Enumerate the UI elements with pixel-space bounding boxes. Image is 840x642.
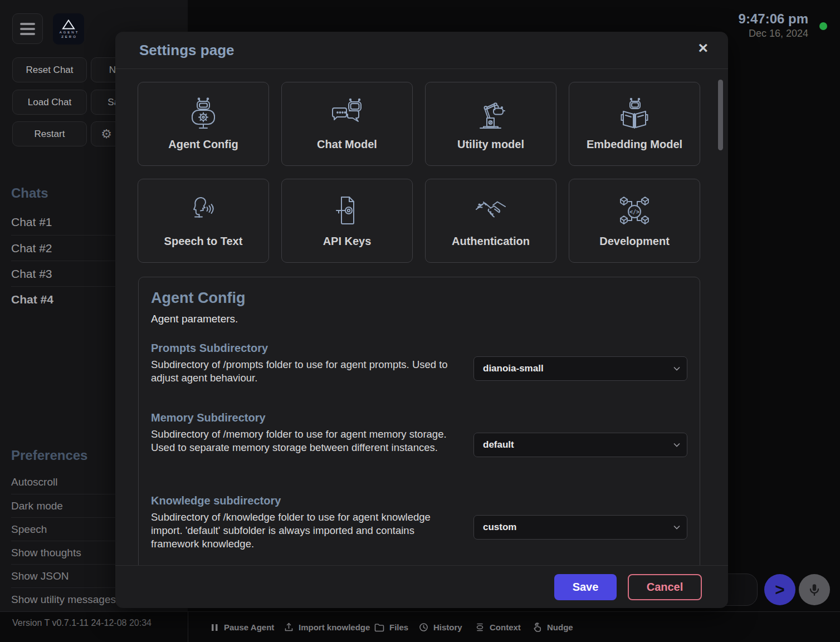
agent-config-robot-icon (185, 97, 221, 133)
microphone-icon (807, 582, 822, 597)
development-code-cubes-icon: </> (617, 194, 652, 229)
clock-widget: 9:47:06 pm Dec 16, 2024 (739, 11, 808, 40)
settings-modal: Settings page × Agent Config (115, 32, 728, 608)
tile-label: Embedding Model (587, 138, 682, 151)
chevron-down-icon (673, 443, 680, 447)
settings-scroll-area: Agent Config Chat Model (115, 69, 728, 565)
tile-label: Agent Config (168, 138, 238, 151)
section-subtitle: Agent parameters. (151, 313, 238, 325)
nudge-hand-icon (533, 623, 542, 633)
logo-text-line1: AGENT (58, 31, 80, 34)
settings-modal-header: Settings page × (115, 32, 728, 69)
send-arrow-icon: > (775, 580, 785, 599)
clock-time: 9:47:06 pm (739, 11, 808, 27)
section-title: Agent Config (151, 290, 245, 307)
history-clock-icon (419, 623, 428, 632)
logo-text-line2: ZERO (60, 35, 77, 38)
tile-authentication[interactable]: Authentication (425, 179, 556, 263)
tile-label: Authentication (452, 235, 530, 248)
field-prompts-subdirectory: Prompts Subdirectory Subdirectory of /pr… (151, 342, 687, 385)
tile-label: Chat Model (317, 138, 377, 151)
history-button[interactable]: History (419, 612, 462, 642)
field-description: Subdirectory of /prompts folder to use f… (151, 358, 449, 385)
tile-development[interactable]: </> (569, 179, 700, 263)
tile-label: Utility model (457, 138, 524, 151)
hamburger-menu-button[interactable] (12, 13, 43, 44)
knowledge-subdirectory-select[interactable]: custom (473, 515, 687, 540)
tile-label: Development (599, 235, 670, 248)
chevron-down-icon (673, 366, 680, 371)
tile-embedding-model[interactable]: Embedding Model (569, 82, 700, 166)
upload-icon (284, 623, 294, 632)
settings-tile-grid: Agent Config Chat Model (138, 82, 705, 263)
import-knowledge-button[interactable]: Import knowledge (284, 612, 370, 642)
authentication-handshake-icon (473, 194, 509, 229)
logo-triangle-icon (62, 19, 75, 30)
files-button[interactable]: Files (374, 612, 408, 642)
context-button[interactable]: Context (475, 612, 521, 642)
modal-scrollbar-thumb[interactable] (718, 80, 723, 150)
restart-button[interactable]: Restart (12, 121, 87, 146)
tile-chat-model[interactable]: Chat Model (281, 82, 413, 166)
field-label: Prompts Subdirectory (151, 342, 687, 355)
settings-title: Settings page (139, 42, 234, 59)
chevron-down-icon (673, 525, 680, 530)
preferences-header: Preferences (11, 448, 87, 463)
prompts-subdirectory-select[interactable]: dianoia-small (473, 356, 687, 381)
context-icon (475, 623, 485, 632)
utility-model-robot-arm-icon (473, 97, 509, 133)
hamburger-icon (20, 23, 35, 25)
tile-api-keys[interactable]: API Keys (281, 179, 413, 263)
gear-icon: ⚙ (101, 127, 112, 141)
folder-icon (374, 623, 384, 632)
tile-label: Speech to Text (164, 235, 243, 248)
chats-header: Chats (11, 185, 48, 201)
close-icon[interactable]: × (698, 40, 708, 56)
tile-agent-config[interactable]: Agent Config (138, 82, 269, 166)
status-bar: Pause Agent Import knowledge Files Histo… (0, 611, 840, 642)
chat-model-robot-icon (329, 97, 365, 133)
settings-modal-footer: Save Cancel (115, 565, 728, 608)
svg-text:</>: </> (629, 209, 639, 215)
field-label: Knowledge subdirectory (151, 494, 687, 507)
api-keys-document-key-icon (329, 194, 365, 229)
online-status-dot (819, 22, 827, 30)
tile-utility-model[interactable]: Utility model (425, 82, 556, 166)
statusbar-divider (188, 612, 188, 642)
microphone-button[interactable] (799, 574, 830, 605)
tile-speech-to-text[interactable]: Speech to Text (138, 179, 269, 263)
field-memory-subdirectory: Memory Subdirectory Subdirectory of /mem… (151, 411, 687, 454)
embedding-model-book-robot-icon (617, 97, 652, 133)
field-description: Subdirectory of /memory folder to use fo… (151, 428, 449, 454)
field-label: Memory Subdirectory (151, 411, 687, 424)
clock-date: Dec 16, 2024 (739, 28, 808, 40)
agent-config-section: Agent Config Agent parameters. Prompts S… (138, 277, 700, 565)
field-description: Subdirectory of /knowledge folder to use… (151, 511, 449, 551)
save-button[interactable]: Save (554, 574, 617, 600)
cancel-button[interactable]: Cancel (628, 574, 702, 600)
field-knowledge-subdirectory: Knowledge subdirectory Subdirectory of /… (151, 494, 687, 551)
load-chat-button[interactable]: Load Chat (12, 90, 87, 115)
agent-zero-logo: AGENT ZERO (53, 13, 84, 45)
send-button[interactable]: > (764, 574, 795, 605)
tile-label: API Keys (323, 235, 372, 248)
memory-subdirectory-select[interactable]: default (473, 433, 687, 457)
pause-agent-button[interactable]: Pause Agent (211, 612, 274, 642)
nudge-button[interactable]: Nudge (533, 612, 573, 642)
speech-to-text-face-icon (185, 194, 221, 229)
reset-chat-button[interactable]: Reset Chat (12, 57, 87, 82)
pause-icon (211, 623, 219, 632)
